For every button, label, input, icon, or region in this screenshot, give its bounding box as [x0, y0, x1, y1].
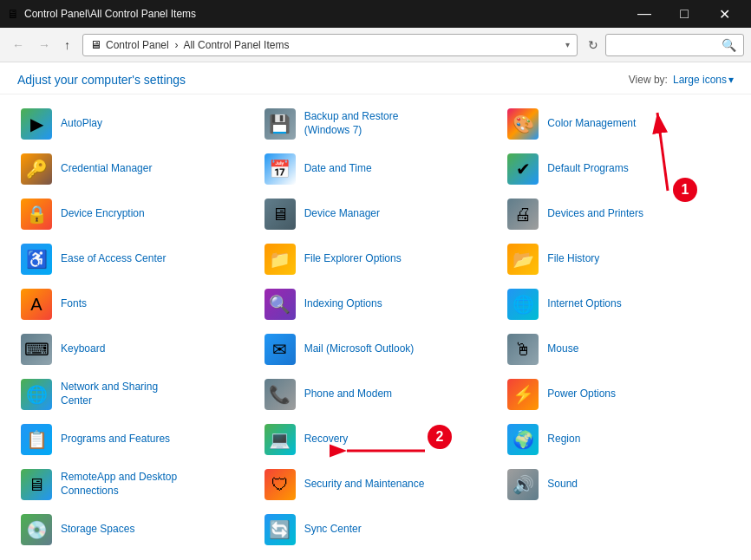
- search-icon: 🔍: [722, 38, 736, 52]
- cp-item-icon-color: 🎨: [507, 108, 539, 140]
- cp-item-label-default: Default Programs: [547, 162, 628, 176]
- cp-item-icon-security: 🛡: [264, 469, 296, 500]
- cp-item-phone[interactable]: 📞Phone and Modem: [254, 372, 498, 417]
- cp-item-icon-inet: 🌐: [507, 289, 539, 320]
- items-grid: ▶AutoPlay💾Backup and Restore (Windows 7)…: [0, 94, 751, 559]
- cp-item-sound[interactable]: 🔊Sound: [497, 462, 741, 507]
- cp-item-icon-region: 🌍: [507, 424, 539, 455]
- view-by-control: View by: Large icons ▾: [629, 74, 734, 86]
- cp-item-icon-sync: 🔄: [264, 514, 296, 545]
- cp-item-label-credential: Credential Manager: [61, 162, 152, 176]
- cp-item-label-storage: Storage Spaces: [61, 523, 134, 537]
- cp-item-label-mail: Mail (Microsoft Outlook): [304, 342, 415, 356]
- cp-item-storage[interactable]: 💿Storage Spaces: [10, 507, 254, 552]
- cp-item-label-devprint: Devices and Printers: [547, 207, 643, 221]
- cp-item-mail[interactable]: ✉Mail (Microsoft Outlook): [254, 327, 498, 372]
- cp-item-icon-mouse: 🖱: [507, 334, 539, 365]
- cp-item-label-sound: Sound: [547, 478, 578, 492]
- cp-item-icon-power: ⚡: [507, 379, 539, 410]
- cp-item-icon-fonts: A: [21, 289, 52, 320]
- cp-item-label-inet: Internet Options: [547, 297, 621, 311]
- view-by-dropdown-icon: ▾: [728, 74, 734, 86]
- search-box[interactable]: 🔍: [605, 34, 744, 56]
- cp-item-indexing[interactable]: 🔍Indexing Options: [254, 282, 498, 327]
- cp-item-icon-keyboard: ⌨: [21, 334, 52, 365]
- cp-item-ease[interactable]: ♿Ease of Access Center: [10, 237, 254, 282]
- up-button[interactable]: ↑: [59, 35, 75, 55]
- cp-item-filehist[interactable]: 📂File History: [497, 237, 741, 282]
- cp-item-label-color: Color Management: [547, 117, 636, 131]
- minimize-button[interactable]: —: [624, 0, 664, 28]
- refresh-button[interactable]: ↻: [584, 35, 602, 55]
- cp-item-fonts[interactable]: AFonts: [10, 282, 254, 327]
- cp-item-devmgr[interactable]: 🖥Device Manager: [254, 192, 498, 237]
- address-dropdown-icon[interactable]: ▾: [565, 40, 570, 49]
- cp-item-fileexp[interactable]: 📁File Explorer Options: [254, 237, 498, 282]
- cp-item-label-mouse: Mouse: [547, 342, 578, 356]
- cp-item-power[interactable]: ⚡Power Options: [497, 372, 741, 417]
- cp-item-default[interactable]: ✔Default Programs: [497, 147, 741, 192]
- cp-item-label-security: Security and Maintenance: [304, 478, 425, 492]
- cp-item-mouse[interactable]: 🖱Mouse: [497, 327, 741, 372]
- cp-item-backup[interactable]: 💾Backup and Restore (Windows 7): [254, 101, 498, 147]
- content-header: Adjust your computer's settings View by:…: [0, 62, 751, 94]
- cp-item-keyboard[interactable]: ⌨Keyboard: [10, 327, 254, 372]
- cp-item-icon-storage: 💿: [21, 514, 52, 545]
- cp-item-security[interactable]: 🛡Security and Maintenance: [254, 462, 498, 507]
- cp-item-label-autoplay: AutoPlay: [61, 117, 102, 131]
- cp-item-label-programs: Programs and Features: [61, 433, 170, 446]
- cp-item-sync[interactable]: 🔄Sync Center: [254, 507, 498, 552]
- cp-item-programs[interactable]: 📋Programs and Features: [10, 417, 254, 462]
- cp-item-credential[interactable]: 🔑Credential Manager: [10, 147, 254, 192]
- cp-item-inet[interactable]: 🌐Internet Options: [497, 282, 741, 327]
- cp-item-icon-default: ✔: [507, 153, 539, 185]
- cp-item-label-encryption: Device Encryption: [61, 207, 145, 221]
- badge-1: 1: [673, 178, 697, 202]
- view-by-label: View by:: [629, 74, 668, 86]
- cp-item-label-remoteapp: RemoteApp and Desktop Connections: [61, 471, 177, 498]
- cp-item-icon-backup: 💾: [264, 108, 296, 140]
- cp-item-icon-network: 🌐: [21, 379, 52, 410]
- cp-item-icon-phone: 📞: [264, 379, 296, 410]
- back-button[interactable]: ←: [7, 35, 29, 55]
- cp-item-autoplay[interactable]: ▶AutoPlay: [10, 101, 254, 147]
- title-bar-text: Control Panel\All Control Panel Items: [24, 8, 196, 20]
- address-text: Control Panel › All Control Panel Items: [106, 39, 565, 51]
- title-bar: 🖥 Control Panel\All Control Panel Items …: [0, 0, 751, 28]
- cp-item-icon-filehist: 📂: [507, 244, 539, 275]
- cp-item-network[interactable]: 🌐Network and Sharing Center: [10, 372, 254, 417]
- cp-item-icon-mail: ✉: [264, 334, 296, 365]
- cp-item-icon-remoteapp: 🖥: [21, 469, 52, 500]
- cp-item-label-backup: Backup and Restore (Windows 7): [304, 110, 399, 137]
- cp-item-icon-sound: 🔊: [507, 469, 539, 500]
- cp-item-icon-recovery: 💻: [264, 424, 296, 455]
- cp-item-label-filehist: File History: [547, 252, 599, 266]
- cp-item-label-recovery: Recovery: [304, 433, 349, 446]
- cp-item-recovery[interactable]: 💻Recovery: [254, 417, 498, 462]
- cp-item-icon-encryption: 🔒: [21, 199, 52, 230]
- cp-item-icon-indexing: 🔍: [264, 289, 296, 320]
- cp-item-label-ease: Ease of Access Center: [61, 252, 166, 266]
- cp-item-icon-programs: 📋: [21, 424, 52, 455]
- cp-item-datetime[interactable]: 📅Date and Time: [254, 147, 498, 192]
- address-bar[interactable]: 🖥 Control Panel › All Control Panel Item…: [82, 34, 578, 56]
- address-icon: 🖥: [90, 38, 101, 51]
- badge-2: 2: [428, 425, 452, 449]
- close-button[interactable]: ✕: [704, 0, 744, 28]
- cp-item-label-devmgr: Device Manager: [304, 207, 380, 221]
- cp-item-remoteapp[interactable]: 🖥RemoteApp and Desktop Connections: [10, 462, 254, 507]
- cp-item-color[interactable]: 🎨Color Management: [497, 101, 741, 147]
- cp-item-region[interactable]: 🌍Region: [497, 417, 741, 462]
- cp-item-encryption[interactable]: 🔒Device Encryption: [10, 192, 254, 237]
- content-area: Adjust your computer's settings View by:…: [0, 62, 751, 560]
- cp-item-label-phone: Phone and Modem: [304, 387, 392, 401]
- forward-button[interactable]: →: [33, 35, 56, 55]
- cp-item-label-indexing: Indexing Options: [304, 297, 382, 311]
- cp-item-icon-credential: 🔑: [21, 153, 52, 185]
- cp-item-devprint[interactable]: 🖨Devices and Printers: [497, 192, 741, 237]
- cp-item-label-sync: Sync Center: [304, 523, 362, 537]
- maximize-button[interactable]: □: [664, 0, 704, 28]
- page-title: Adjust your computer's settings: [17, 73, 186, 87]
- view-by-value[interactable]: Large icons ▾: [673, 74, 734, 86]
- title-bar-icon: 🖥: [7, 7, 19, 21]
